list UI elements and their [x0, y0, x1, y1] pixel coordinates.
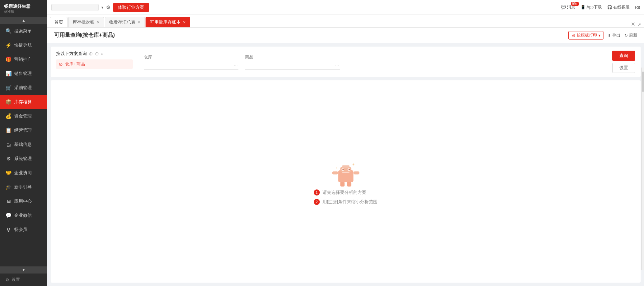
svg-point-6	[349, 169, 350, 170]
filter-row: 按以下方案查询 ⊕ ⊙ « ⊙ 仓库+商品 仓库	[56, 51, 635, 73]
tab-batch-ledger[interactable]: 库存批次账 ✕	[68, 17, 104, 27]
sidebar-item-wechat[interactable]: 💬 企业微信	[0, 208, 47, 223]
sidebar-item-enterprise[interactable]: 🤝 企业协同	[0, 166, 47, 180]
scheme-item-warehouse-goods[interactable]: ⊙ 仓库+商品	[56, 59, 133, 69]
svg-text:✦: ✦	[335, 166, 337, 170]
svg-point-5	[342, 169, 344, 170]
right-scrollbar[interactable]	[641, 68, 644, 270]
sidebar-item-newbie[interactable]: 🎓 新手引导	[0, 180, 47, 194]
empty-robot-svg: ✦ ✦	[331, 158, 361, 188]
sidebar-item-purchase[interactable]: 🛒 采购管理	[0, 81, 47, 95]
query-btn[interactable]: 查询	[612, 51, 635, 61]
warehouse-field: 仓库 ···	[144, 54, 238, 70]
user-label: Rit	[635, 5, 640, 10]
sidebar-logo: 畅康通好生意 标准版	[0, 0, 47, 17]
print-label: 按模板打印	[577, 32, 597, 38]
tip-2-num: 2	[314, 199, 320, 205]
filter-settings-btn[interactable]: 设置	[612, 63, 635, 73]
main-area: ▾ ⚙ 体验行业方案 💬 消息 99+ 📱 App下载 🎧 在线客服 Rit	[47, 0, 644, 286]
graduate-icon: 🎓	[5, 184, 11, 190]
scheme-collapse-btn[interactable]: «	[101, 51, 104, 56]
tab-available-ledger-close[interactable]: ✕	[183, 20, 186, 25]
tab-collect-summary[interactable]: 收发存汇总表 ✕	[105, 17, 145, 27]
warehouse-input[interactable]	[144, 61, 238, 70]
tab-home[interactable]: 首页	[50, 17, 68, 27]
app-download-label: App下载	[587, 5, 602, 9]
sidebar-item-app-center[interactable]: 🖥 应用中心	[0, 194, 47, 208]
tab-batch-ledger-label: 库存批次账	[73, 19, 95, 25]
print-btn[interactable]: 🖨 按模板打印 ▾	[568, 31, 603, 40]
clipboard-icon: 📋	[5, 127, 11, 133]
filter-scheme: 按以下方案查询 ⊕ ⊙ « ⊙ 仓库+商品	[56, 51, 137, 69]
scrollbar-thumb	[642, 72, 644, 92]
tab-batch-ledger-close[interactable]: ✕	[97, 20, 100, 25]
app-download-btn[interactable]: 📱 App下载	[581, 4, 602, 10]
scheme-add-btn[interactable]: ⊕	[89, 51, 93, 56]
scheme-setting-btn[interactable]: ⊙	[95, 51, 99, 56]
sidebar-item-label: 畅会员	[14, 227, 27, 233]
brand-name: 畅康通好生意	[4, 3, 43, 9]
sidebar-item-member[interactable]: V 畅会员	[0, 223, 47, 237]
sidebar-item-shortcut[interactable]: ⚡ 快捷导航	[0, 38, 47, 52]
sidebar-item-operations[interactable]: 📋 经营管理	[0, 123, 47, 137]
refresh-btn[interactable]: ↻ 刷新	[624, 32, 637, 38]
goods-dots-btn[interactable]: ···	[335, 63, 339, 68]
close-all-tabs-btn[interactable]: ✕	[629, 21, 637, 27]
tab-resize-btn[interactable]: ⤢	[637, 22, 641, 27]
edition-label: 标准版	[4, 9, 43, 14]
sidebar: 畅康通好生意 标准版 ▲ 🔍 搜索菜单 ⚡ 快捷导航 🎁 营销推广 📊 销售管理…	[0, 0, 47, 286]
sidebar-scroll-down[interactable]: ▼	[0, 266, 47, 273]
export-btn[interactable]: ⬇ 导出	[608, 32, 620, 38]
box-icon: 📦	[5, 99, 11, 105]
warehouse-input-wrap: ···	[144, 61, 238, 70]
sidebar-item-finance[interactable]: 💰 资金管理	[0, 109, 47, 123]
printer-icon: 🖨	[571, 33, 575, 38]
sidebar-item-label: 销售管理	[14, 71, 32, 77]
sidebar-scroll-up[interactable]: ▲	[0, 17, 47, 24]
topbar-gear-btn[interactable]: ⚙	[106, 4, 110, 10]
goods-input[interactable]	[245, 61, 340, 70]
sidebar-item-system[interactable]: ⚙ 系统管理	[0, 152, 47, 166]
sidebar-item-label: 采购管理	[14, 85, 32, 91]
message-btn[interactable]: 💬 消息 99+	[561, 4, 575, 10]
sidebar-bottom[interactable]: ⚙ 设置	[0, 273, 47, 286]
svg-rect-9	[353, 172, 359, 175]
sidebar-item-search[interactable]: 🔍 搜索菜单	[0, 24, 47, 38]
tab-available-ledger[interactable]: 可用量库存账本 ✕	[146, 17, 190, 27]
goods-input-wrap: ···	[245, 61, 340, 70]
service-label: 在线客服	[613, 5, 629, 9]
scheme-item-icon: ⊙	[59, 61, 63, 67]
trial-btn[interactable]: 体验行业方案	[113, 3, 149, 12]
empty-tips: 1 请先选择要分析的方案 2 用[过滤]条件来缩小分析范围	[314, 189, 378, 205]
sidebar-item-label: 搜索菜单	[14, 28, 32, 34]
sidebar-item-inventory[interactable]: 📦 库存核算	[0, 95, 47, 109]
message-icon: 💬	[561, 5, 566, 9]
content-area: 可用量查询(按仓库+商品) 🖨 按模板打印 ▾ ⬇ 导出 ↻ 刷新	[47, 28, 644, 286]
sidebar-bottom-label: 设置	[12, 277, 20, 283]
settings-icon: ⚙	[5, 278, 9, 282]
desktop-icon: 🖥	[5, 199, 11, 204]
filter-action-buttons: 查询 设置	[607, 51, 635, 73]
svg-rect-7	[342, 172, 350, 173]
refresh-icon: ↻	[624, 33, 628, 38]
user-menu[interactable]: Rit	[635, 5, 640, 10]
empty-tip-1: 1 请先选择要分析的方案	[314, 189, 378, 196]
sidebar-item-marketing[interactable]: 🎁 营销推广	[0, 52, 47, 67]
sidebar-item-label: 资金管理	[14, 113, 32, 119]
page-actions: 🖨 按模板打印 ▾ ⬇ 导出 ↻ 刷新	[568, 31, 637, 40]
topbar-dropdown-btn[interactable]: ▾	[101, 5, 103, 10]
topbar: ▾ ⚙ 体验行业方案 💬 消息 99+ 📱 App下载 🎧 在线客服 Rit	[47, 0, 644, 15]
filter-scheme-label: 按以下方案查询	[56, 51, 87, 57]
phone-icon: 📱	[581, 5, 586, 9]
topbar-search-input[interactable]	[51, 4, 99, 11]
sidebar-item-basic-info[interactable]: 🗂 基础信息	[0, 137, 47, 152]
sidebar-item-sales[interactable]: 📊 销售管理	[0, 67, 47, 81]
online-service-btn[interactable]: 🎧 在线客服	[607, 4, 629, 10]
handshake-icon: 🤝	[5, 170, 11, 176]
goods-label: 商品	[245, 54, 340, 60]
print-dropdown-icon: ▾	[598, 33, 600, 38]
sidebar-item-label: 企业微信	[14, 212, 32, 218]
warehouse-dots-btn[interactable]: ···	[234, 63, 238, 68]
tab-collect-summary-close[interactable]: ✕	[137, 20, 140, 25]
refresh-label: 刷新	[629, 32, 637, 38]
